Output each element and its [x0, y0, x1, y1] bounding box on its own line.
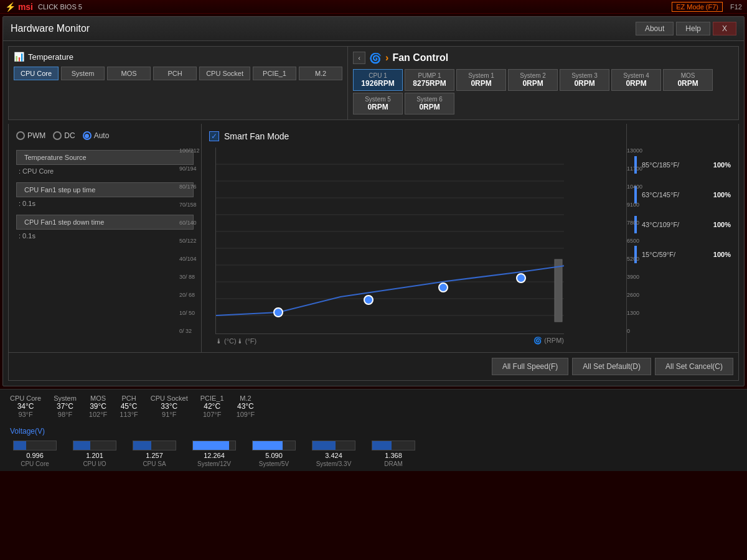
hardware-monitor-window: Hardware Monitor About Help X 📊 Temperat…: [2, 16, 745, 386]
temp-btn-pcie1[interactable]: PCIE_1: [253, 67, 296, 80]
svg-point-13: [439, 283, 448, 292]
voltage-value-system5v: 5.090: [265, 452, 283, 459]
setting-temp-0: 85°C/185°F/: [642, 161, 713, 169]
temperature-panel: 📊 Temperature CPU Core System MOS PCH CP…: [9, 47, 348, 119]
y-right-3: 9100: [627, 202, 642, 208]
voltage-label-system5v: System/5V: [259, 460, 289, 467]
all-set-cancel-button[interactable]: All Set Cancel(C): [655, 358, 733, 375]
bottom-temp-system-label: System: [54, 394, 77, 402]
dc-label: DC: [64, 131, 75, 140]
fan-item-pump1[interactable]: PUMP 1 8275RPM: [405, 69, 454, 91]
middle-section: PWM DC Auto Temperature Source : CPU Cor…: [8, 124, 739, 353]
y-label-1: 90/194: [179, 166, 200, 172]
auto-radio-circle: [83, 131, 92, 140]
help-button[interactable]: Help: [676, 22, 710, 35]
action-buttons-row: All Full Speed(F) All Set Default(D) All…: [8, 353, 739, 381]
smart-fan-title: Smart Fan Mode: [224, 131, 289, 141]
ez-mode-label[interactable]: EZ Mode (F7): [672, 2, 723, 12]
all-set-default-button[interactable]: All Set Default(D): [572, 358, 651, 375]
fan-item-system3[interactable]: System 3 0RPM: [560, 69, 609, 91]
fan-nav-back[interactable]: ‹: [353, 52, 365, 64]
voltage-bar-dram-fill: [372, 441, 392, 450]
temperature-header: 📊 Temperature: [14, 52, 342, 62]
fan-system4-rpm: 0RPM: [617, 79, 655, 88]
fan-item-system6[interactable]: System 6 0RPM: [405, 93, 454, 114]
setting-row-1: 63°C/145°F/ 100%: [634, 186, 731, 203]
temp-btn-cpu-socket[interactable]: CPU Socket: [199, 67, 250, 80]
voltage-label-cpu-sa: CPU SA: [143, 460, 166, 467]
fan-item-system5[interactable]: System 5 0RPM: [353, 93, 403, 114]
temp-source-value: : CPU Core: [16, 167, 194, 175]
fan-mos-name: MOS: [669, 72, 707, 79]
left-controls: PWM DC Auto Temperature Source : CPU Cor…: [9, 124, 202, 352]
voltage-bar-cpu-sa-fill: [133, 441, 151, 450]
pwm-radio-circle: [16, 131, 25, 140]
bottom-temp-system: System 37°C 98°F: [54, 394, 77, 418]
voltage-bar-cpu-io-container: [73, 441, 116, 450]
y-label-2: 80/176: [179, 184, 200, 190]
temp-btn-mos[interactable]: MOS: [107, 67, 151, 80]
pwm-radio-label[interactable]: PWM: [16, 131, 45, 140]
fan-item-cpu1[interactable]: CPU 1 1926RPM: [353, 69, 403, 91]
msi-top-bar: ⚡ msi CLICK BIOS 5 EZ Mode (F7) F12: [0, 0, 747, 14]
dc-radio-label[interactable]: DC: [53, 131, 75, 140]
auto-label: Auto: [94, 131, 110, 140]
setting-row-2: 43°C/109°F/ 100%: [634, 216, 731, 233]
fan-control-header: ‹ 🌀 › Fan Control: [353, 52, 733, 64]
svg-rect-10: [555, 259, 562, 322]
y-right-0: 13000: [627, 147, 642, 154]
y-right-10: 0: [627, 328, 642, 334]
bottom-temp-mos: MOS 39°C 102°F: [89, 394, 107, 418]
bottom-temp-cpu-socket-label: CPU Socket: [151, 394, 188, 402]
y-label-4: 60/140: [179, 220, 200, 226]
bottom-temp-m2-label: M.2: [237, 394, 255, 402]
step-up-value: : 0.1s: [16, 200, 194, 207]
bottom-temp-mos-label: MOS: [89, 394, 107, 402]
voltage-item-system12v: 12.264 System/12V: [189, 441, 239, 467]
fan-item-mos[interactable]: MOS 0RPM: [663, 69, 713, 91]
dc-radio-circle: [53, 131, 62, 140]
fan-item-system4[interactable]: System 4 0RPM: [611, 69, 661, 91]
voltage-value-cpu-sa: 1.257: [146, 452, 163, 459]
voltage-value-system12v: 12.264: [204, 452, 225, 459]
bottom-temperature-row: CPU Core 34°C 93°F System 37°C 98°F MOS …: [0, 389, 747, 423]
fan-control-arrow: ›: [385, 52, 388, 63]
y-label-9: 10/ 50: [179, 310, 200, 316]
step-down-button[interactable]: CPU Fan1 step down time: [16, 215, 194, 230]
fan-item-system1[interactable]: System 1 0RPM: [456, 69, 506, 91]
y-right-5: 6500: [627, 238, 642, 244]
fan-pump1-rpm: 8275RPM: [410, 79, 449, 88]
step-up-button[interactable]: CPU Fan1 step up time: [16, 182, 194, 197]
y-label-0: 100/212: [179, 147, 200, 154]
temp-btn-pch[interactable]: PCH: [153, 67, 197, 80]
fan-system5-rpm: 0RPM: [359, 103, 397, 111]
fahrenheit-icon: 🌡 (°F): [237, 337, 257, 345]
temp-btn-m2[interactable]: M.2: [299, 67, 342, 80]
temp-btn-cpu-core[interactable]: CPU Core: [14, 67, 59, 80]
f12-label: F12: [730, 3, 742, 11]
bottom-temp-pch: PCH 45°C 113°F: [120, 394, 138, 418]
fan-cpu1-rpm: 1926RPM: [359, 79, 397, 88]
close-button[interactable]: X: [713, 22, 736, 35]
voltage-label-dram: DRAM: [384, 460, 402, 467]
right-settings-panel: 85°C/185°F/ 100% 63°C/145°F/ 100% 43°C/1…: [626, 124, 738, 352]
smart-fan-checkbox[interactable]: ✓: [209, 131, 219, 141]
all-full-speed-button[interactable]: All Full Speed(F): [492, 358, 568, 375]
y-right-8: 2600: [627, 292, 642, 298]
voltage-label-system12v: System/12V: [197, 460, 231, 467]
main-content: 📊 Temperature CPU Core System MOS PCH CP…: [3, 41, 744, 386]
auto-radio-label[interactable]: Auto: [83, 131, 110, 140]
fan-item-system2[interactable]: System 2 0RPM: [508, 69, 558, 91]
temp-source-button[interactable]: Temperature Source: [16, 150, 194, 165]
about-button[interactable]: About: [636, 22, 674, 35]
voltage-section: Voltage(V) 0.996 CPU Core 1.201 CPU I/O …: [0, 423, 747, 471]
temperature-buttons: CPU Core System MOS PCH CPU Socket PCIE_…: [14, 67, 342, 80]
temperature-title: Temperature: [28, 52, 73, 62]
svg-point-12: [364, 296, 373, 304]
fan-icon: 🌀: [369, 52, 382, 64]
temp-btn-system[interactable]: System: [61, 67, 105, 80]
fan-control-title: Fan Control: [392, 52, 448, 63]
bottom-temp-pch-fahrenheit: 113°F: [120, 411, 138, 418]
voltage-title[interactable]: Voltage(V): [10, 427, 737, 436]
fan-curve-chart[interactable]: [215, 147, 564, 334]
